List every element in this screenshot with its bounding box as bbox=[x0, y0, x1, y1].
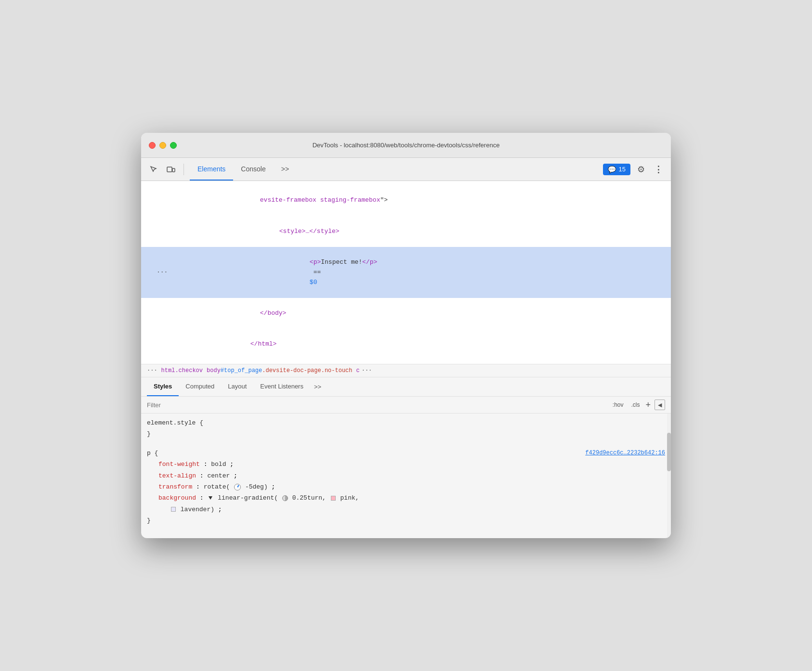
add-rule-button[interactable]: + bbox=[645, 400, 651, 409]
breadcrumb-more-dots[interactable]: ··· bbox=[147, 367, 157, 374]
css-panel: element.style { } p { f429d9ecc6c…2232b6… bbox=[141, 413, 671, 538]
dom-line-1[interactable]: evsite-framebox staging-framebox"> bbox=[141, 185, 671, 216]
subtab-computed[interactable]: Computed bbox=[179, 377, 221, 396]
toolbar-divider bbox=[183, 164, 184, 175]
angle-icon[interactable] bbox=[234, 484, 241, 490]
breadcrumb-body[interactable]: body#top_of_page.devsite-doc-page.no-tou… bbox=[207, 367, 352, 374]
chat-icon: 💬 bbox=[608, 166, 616, 173]
subtabs: Styles Computed Layout Event Listeners >… bbox=[141, 377, 671, 397]
filter-input[interactable] bbox=[147, 401, 607, 409]
badge-count: 15 bbox=[619, 166, 626, 173]
breadcrumb-c[interactable]: c bbox=[356, 367, 360, 374]
settings-icon[interactable]: ⚙ bbox=[634, 163, 648, 176]
svg-rect-0 bbox=[167, 167, 172, 172]
css-property-font-weight[interactable]: font-weight : bold ; bbox=[147, 459, 665, 470]
devtools-toolbar: Elements Console >> 💬 15 ⚙ ⋮ bbox=[141, 158, 671, 181]
filter-bar: :hov .cls + ◀ bbox=[141, 397, 671, 413]
element-style-close: } bbox=[147, 428, 665, 439]
maximize-button[interactable] bbox=[170, 142, 177, 149]
titlebar-text: DevTools - localhost:8080/web/tools/chro… bbox=[313, 142, 500, 149]
tab-elements[interactable]: Elements bbox=[190, 158, 233, 181]
badge-button[interactable]: 💬 15 bbox=[603, 164, 630, 175]
subtab-event-listeners[interactable]: Event Listeners bbox=[253, 377, 310, 396]
p-rule-close: } bbox=[147, 515, 665, 526]
subtab-more[interactable]: >> bbox=[310, 377, 325, 396]
dom-line-4[interactable]: </body> bbox=[141, 298, 671, 329]
rule-source-link[interactable]: f429d9ecc6c…2232b642:16 bbox=[585, 448, 665, 459]
more-menu-icon[interactable]: ⋮ bbox=[652, 163, 665, 176]
dom-dots[interactable]: ··· bbox=[149, 268, 168, 278]
lavender-color-swatch[interactable] bbox=[171, 507, 176, 512]
subtab-styles[interactable]: Styles bbox=[147, 377, 179, 396]
minimize-button[interactable] bbox=[159, 142, 166, 149]
element-style-block: element.style { } bbox=[147, 417, 665, 440]
tab-console[interactable]: Console bbox=[233, 158, 273, 181]
p-rule-block: p { f429d9ecc6c…2232b642:16 font-weight … bbox=[147, 448, 665, 527]
css-continuation-line: lavender) ; bbox=[147, 504, 665, 515]
css-property-background[interactable]: background : linear-gradient( 0.25turn, … bbox=[147, 492, 665, 503]
svg-rect-1 bbox=[172, 168, 175, 172]
breadcrumb-bar: ··· html.checkov body#top_of_page.devsit… bbox=[141, 364, 671, 377]
element-style-selector[interactable]: element.style { bbox=[147, 417, 665, 428]
cls-button[interactable]: .cls bbox=[629, 400, 642, 409]
background-triangle[interactable] bbox=[209, 496, 212, 500]
dom-line-3[interactable]: ··· <p>Inspect me!</p> == $0 bbox=[141, 247, 671, 298]
css-content: element.style { } p { f429d9ecc6c…2232b6… bbox=[141, 413, 671, 538]
subtab-layout[interactable]: Layout bbox=[221, 377, 253, 396]
css-property-transform[interactable]: transform : rotate( -5deg) ; bbox=[147, 481, 665, 492]
close-button[interactable] bbox=[149, 142, 156, 149]
dom-line-5[interactable]: </html> bbox=[141, 329, 671, 360]
hov-button[interactable]: :hov bbox=[611, 400, 626, 409]
dom-line-2[interactable]: <style>…</style> bbox=[141, 216, 671, 247]
traffic-lights bbox=[149, 142, 177, 149]
devtools-window: DevTools - localhost:8080/web/tools/chro… bbox=[141, 133, 671, 538]
pink-color-swatch[interactable] bbox=[331, 496, 336, 501]
tab-more[interactable]: >> bbox=[274, 158, 297, 181]
device-toggle-icon[interactable] bbox=[164, 163, 178, 176]
inspect-icon[interactable] bbox=[147, 163, 160, 176]
css-property-text-align[interactable]: text-align : center ; bbox=[147, 470, 665, 481]
titlebar: DevTools - localhost:8080/web/tools/chro… bbox=[141, 133, 671, 158]
toolbar-right: 💬 15 ⚙ ⋮ bbox=[603, 163, 665, 176]
breadcrumb-ellipsis[interactable]: ··· bbox=[362, 367, 372, 374]
gradient-circle-icon[interactable] bbox=[282, 495, 288, 501]
toggle-sidebar-button[interactable]: ◀ bbox=[655, 400, 665, 410]
scrollbar-thumb[interactable] bbox=[667, 433, 671, 471]
toolbar-tabs: Elements Console >> bbox=[190, 158, 599, 181]
breadcrumb-html[interactable]: html.checkov bbox=[161, 367, 203, 374]
p-selector-line[interactable]: p { f429d9ecc6c…2232b642:16 bbox=[147, 448, 665, 459]
scrollbar-track[interactable] bbox=[667, 413, 671, 538]
dom-panel: evsite-framebox staging-framebox"> <styl… bbox=[141, 181, 671, 364]
